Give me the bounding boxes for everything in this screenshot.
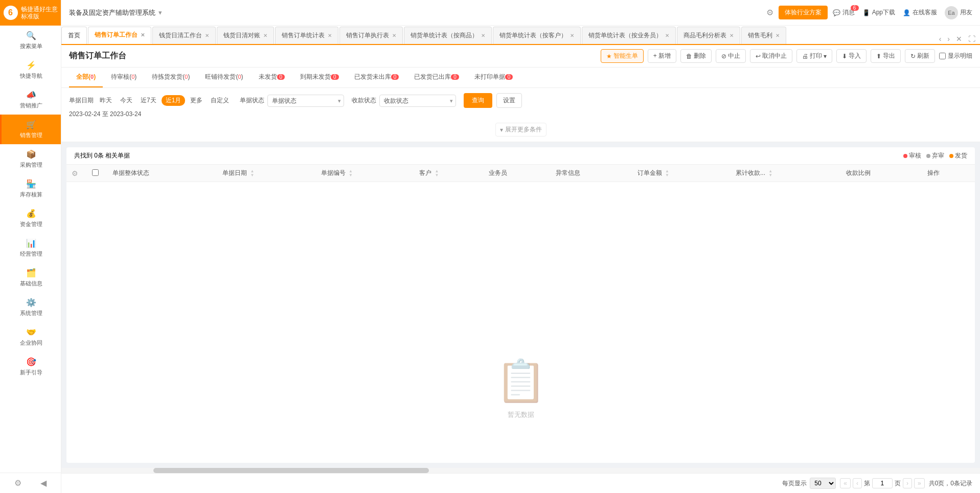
tab-maximize[interactable]: ⛶ bbox=[966, 34, 977, 44]
date-custom[interactable]: 自定义 bbox=[208, 95, 232, 106]
tab-scroll-right[interactable]: › bbox=[945, 34, 952, 44]
filter-tab-all[interactable]: 全部(0) bbox=[69, 68, 103, 87]
col-staff[interactable]: 业务员 bbox=[484, 165, 551, 182]
online-service-btn[interactable]: 👤 在线客服 bbox=[903, 8, 937, 17]
cancel-review-action-btn[interactable]: 弃审 bbox=[926, 151, 944, 160]
status-select[interactable]: 单据状态 bbox=[267, 95, 344, 107]
tab-sales-stat-customer[interactable]: 销货单统计表（按客户）✕ bbox=[493, 27, 581, 44]
tab-scroll-left[interactable]: ‹ bbox=[937, 34, 944, 44]
collapse-icon[interactable]: ◀ bbox=[40, 478, 47, 488]
sidebar-item-purchase[interactable]: 📦 采购管理 bbox=[0, 144, 61, 174]
filter-tab-pending-delivery[interactable]: 待拣货发货(0) bbox=[145, 68, 197, 87]
nav-icon-guide: 🎯 bbox=[26, 357, 36, 367]
tab-close-cash-daily[interactable]: ✕ bbox=[205, 33, 209, 38]
tab-close-all[interactable]: ✕ bbox=[954, 34, 964, 44]
filter-tab-not-printed[interactable]: 未打印单据0 bbox=[467, 68, 520, 87]
filter-tab-shipped-not-out[interactable]: 已发货未出库0 bbox=[347, 68, 406, 87]
tab-cash-daily[interactable]: 钱货日清工作台✕ bbox=[152, 27, 216, 44]
sidebar-item-marketing[interactable]: 📣 营销推广 bbox=[0, 85, 61, 115]
tab-close-sales-stat-staff[interactable]: ✕ bbox=[665, 33, 669, 38]
date-more[interactable]: 更多 bbox=[187, 95, 206, 106]
col-customer[interactable]: 客户 ▲▼ bbox=[414, 165, 484, 182]
tab-close-sales-exec[interactable]: ✕ bbox=[392, 33, 396, 38]
header-settings-icon[interactable]: ⚙ bbox=[766, 8, 773, 17]
sidebar-item-sales[interactable]: 🛒 销售管理 bbox=[0, 115, 61, 144]
filter-tab-pending-review[interactable]: 待审核(0) bbox=[104, 68, 144, 87]
col-collected[interactable]: 累计收款... ▲▼ bbox=[731, 165, 841, 182]
page-size-select[interactable]: 50 10 20 100 bbox=[810, 478, 836, 489]
sidebar-item-cooperation[interactable]: 🤝 企业协同 bbox=[0, 322, 61, 352]
date-7days[interactable]: 近7天 bbox=[138, 95, 159, 106]
tab-close-sales-stat[interactable]: ✕ bbox=[328, 33, 332, 38]
filter-tab-wangpu-delivery[interactable]: 旺铺待发货(0) bbox=[198, 68, 250, 87]
review-action-btn[interactable]: 审核 bbox=[903, 151, 921, 160]
stop-btn[interactable]: ⊘ 中止 bbox=[716, 49, 746, 63]
cancel-stop-btn[interactable]: ↩ 取消中止 bbox=[750, 49, 792, 63]
tab-close-sales-stat-customer[interactable]: ✕ bbox=[570, 33, 574, 38]
sidebar-item-system[interactable]: ⚙️ 系统管理 bbox=[0, 293, 61, 322]
col-date[interactable]: 单据日期 ▲▼ bbox=[217, 165, 315, 182]
tab-sales-workbench[interactable]: 销售订单工作台✕ bbox=[88, 27, 151, 44]
sidebar-item-inventory[interactable]: 🏪 库存核算 bbox=[0, 174, 61, 204]
next-page-btn[interactable]: › bbox=[903, 478, 912, 488]
settings-icon[interactable]: ⚙ bbox=[14, 478, 21, 488]
query-btn[interactable]: 查询 bbox=[464, 93, 492, 108]
sidebar-item-finance[interactable]: 💰 资金管理 bbox=[0, 204, 61, 233]
tab-home[interactable]: 首页 bbox=[61, 27, 87, 44]
filter-tab-expired-not-shipped[interactable]: 到期未发货0 bbox=[293, 68, 346, 87]
nav-label-guide: 新手引导 bbox=[20, 369, 42, 376]
sidebar-item-basic-info[interactable]: 🗂️ 基础信息 bbox=[0, 263, 61, 293]
tab-sales-profit[interactable]: 销售毛利✕ bbox=[741, 27, 786, 44]
tab-sales-exec[interactable]: 销售订单执行表✕ bbox=[339, 27, 403, 44]
filter-tab-label-not-printed: 未打印单据 bbox=[474, 73, 505, 80]
user-menu[interactable]: Ea 用友 bbox=[945, 6, 972, 19]
messages-btn[interactable]: 💬 消息 6 bbox=[833, 8, 855, 17]
sidebar-item-search[interactable]: 🔍 搜索菜单 bbox=[0, 26, 61, 55]
sidebar-item-operations[interactable]: 📊 经营管理 bbox=[0, 233, 61, 263]
tab-close-sales-profit[interactable]: ✕ bbox=[776, 33, 780, 38]
first-page-btn[interactable]: « bbox=[840, 478, 851, 488]
col-number[interactable]: 单据编号 ▲▼ bbox=[316, 165, 414, 182]
add-btn[interactable]: + 新增 bbox=[648, 49, 676, 63]
date-1month[interactable]: 近1月 bbox=[162, 95, 186, 106]
print-btn[interactable]: 🖨 打印 ▾ bbox=[796, 49, 832, 63]
export-btn[interactable]: ⬆ 导出 bbox=[871, 49, 901, 63]
tab-close-goods-profit[interactable]: ✕ bbox=[730, 33, 734, 38]
nav-label-quick-nav: 快捷导航 bbox=[20, 72, 42, 80]
sidebar-item-guide[interactable]: 🎯 新手引导 bbox=[0, 352, 61, 382]
show-detail-checkbox[interactable]: 显示明细 bbox=[939, 52, 972, 60]
system-dropdown-icon[interactable]: ▾ bbox=[158, 9, 162, 16]
last-page-btn[interactable]: » bbox=[914, 478, 925, 488]
filter-tab-shipped-out[interactable]: 已发货已出库0 bbox=[407, 68, 466, 87]
prev-page-btn[interactable]: ‹ bbox=[853, 478, 862, 488]
show-detail-input[interactable] bbox=[939, 53, 946, 59]
tab-sales-stat-product[interactable]: 销货单统计表（按商品）✕ bbox=[404, 27, 492, 44]
app-download-btn[interactable]: 📱 App下载 bbox=[862, 8, 895, 17]
sidebar-item-quick-nav[interactable]: ⚡ 快捷导航 bbox=[0, 55, 61, 85]
import-btn[interactable]: ⬇ 导入 bbox=[836, 49, 867, 63]
horizontal-scrollbar[interactable] bbox=[61, 468, 980, 473]
col-exception: 异常信息 bbox=[551, 165, 632, 182]
delete-btn[interactable]: 🗑 删除 bbox=[680, 49, 712, 63]
col-amount[interactable]: 订单金额 ▲▼ bbox=[632, 165, 731, 182]
industry-btn[interactable]: 体验行业方案 bbox=[779, 6, 828, 19]
table-area: 共找到 0条 相关单据 审核 弃审 发货 bbox=[66, 147, 975, 463]
filter-tab-not-shipped[interactable]: 未发货0 bbox=[252, 68, 292, 87]
tab-goods-profit[interactable]: 商品毛利分析表✕ bbox=[677, 27, 740, 44]
search-settings-btn[interactable]: 设置 bbox=[496, 93, 522, 108]
tab-close-cash-goods-reconcile[interactable]: ✕ bbox=[263, 33, 267, 38]
date-yesterday[interactable]: 昨天 bbox=[97, 95, 115, 106]
smart-create-btn[interactable]: ★ 智能生单 bbox=[601, 49, 644, 63]
tab-close-sales-workbench[interactable]: ✕ bbox=[141, 32, 145, 38]
select-all-checkbox[interactable] bbox=[92, 169, 99, 176]
tab-close-sales-stat-product[interactable]: ✕ bbox=[481, 33, 485, 38]
refresh-btn[interactable]: ↻ 刷新 bbox=[905, 49, 935, 63]
payment-select[interactable]: 收款状态 bbox=[379, 95, 456, 107]
expand-conditions-btn[interactable]: ▾ 展开更多条件 bbox=[495, 123, 546, 137]
page-input[interactable] bbox=[872, 478, 893, 488]
tab-cash-goods-reconcile[interactable]: 钱货日清对账✕ bbox=[217, 27, 274, 44]
ship-action-btn[interactable]: 发货 bbox=[949, 151, 967, 160]
date-today[interactable]: 今天 bbox=[117, 95, 135, 106]
tab-sales-stat-staff[interactable]: 销货单统计表（按业务员）✕ bbox=[582, 27, 676, 44]
tab-sales-stat[interactable]: 销售订单统计表✕ bbox=[275, 27, 338, 44]
